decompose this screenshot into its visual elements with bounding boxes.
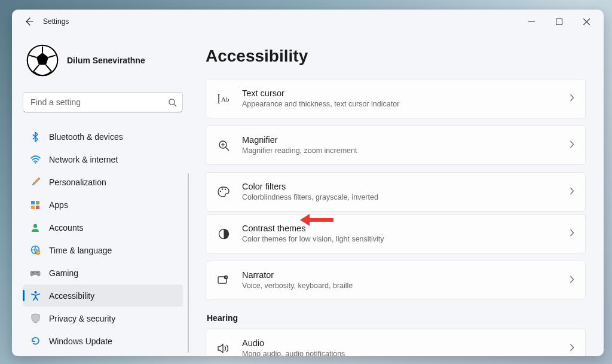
card-subtitle: Color themes for low vision, light sensi…: [242, 234, 570, 244]
card-subtitle: Mono audio, audio notifications: [242, 349, 570, 356]
update-icon: [30, 336, 41, 347]
svg-point-8: [35, 162, 36, 163]
minimize-button[interactable]: [518, 13, 545, 30]
palette-icon: [217, 185, 230, 198]
svg-rect-9: [31, 201, 35, 204]
sidebar-item-label: Apps: [49, 200, 68, 210]
svg-rect-1: [556, 19, 562, 25]
card-title: Text cursor: [242, 88, 570, 100]
magnifier-icon: [217, 139, 230, 152]
svg-line-7: [174, 104, 176, 106]
back-arrow-icon: [24, 17, 33, 26]
sidebar-item-apps[interactable]: Apps: [23, 194, 183, 216]
page-title: Accessibility: [206, 47, 586, 66]
maximize-button[interactable]: [545, 13, 573, 30]
svg-text:Ab: Ab: [221, 96, 230, 103]
sidebar-item-label: Accessibility: [49, 291, 94, 301]
svg-point-18: [34, 291, 36, 293]
sidebar-item-gaming[interactable]: Gaming: [23, 262, 183, 284]
sidebar-item-label: Gaming: [49, 268, 78, 278]
svg-point-6: [169, 99, 174, 104]
sidebar-item-accounts[interactable]: Accounts: [23, 216, 183, 238]
sidebar-item-windows-update[interactable]: Windows Update: [23, 330, 183, 352]
card-contrast-themes[interactable]: Contrast themes Color themes for low vis…: [206, 214, 586, 253]
sidebar-item-label: Network & internet: [49, 155, 118, 164]
accessibility-icon: [30, 290, 41, 301]
chevron-right-icon: [570, 186, 574, 197]
chevron-right-icon: [570, 93, 574, 104]
sidebar-item-personalization[interactable]: Personalization: [23, 171, 183, 193]
shield-icon: [30, 313, 41, 324]
minimize-icon: [528, 19, 535, 25]
sidebar-scrollbar[interactable]: [188, 173, 189, 353]
sidebar-item-label: Accounts: [49, 223, 84, 233]
back-button[interactable]: [18, 11, 39, 32]
card-magnifier[interactable]: Magnifier Magnifier reading, zoom increm…: [206, 126, 586, 165]
sidebar-item-network[interactable]: Network & internet: [23, 148, 183, 170]
sidebar-item-label: Personalization: [49, 178, 106, 187]
settings-window: Settings: [12, 10, 604, 356]
search-button[interactable]: [166, 96, 178, 108]
close-icon: [583, 19, 590, 25]
chevron-right-icon: [570, 275, 574, 286]
card-title: Color filters: [242, 181, 570, 193]
search-input[interactable]: [23, 92, 183, 112]
svg-point-13: [33, 224, 37, 227]
profile[interactable]: Dilum Senevirathne: [23, 44, 183, 77]
nav: Bluetooth & devices Network & internet P…: [23, 126, 183, 352]
narrator-icon: [217, 274, 230, 287]
svg-point-25: [220, 191, 221, 192]
card-subtitle: Colorblindness filters, grayscale, inver…: [242, 192, 570, 203]
person-icon: [30, 222, 41, 233]
card-audio[interactable]: Audio Mono audio, audio notifications: [206, 329, 586, 356]
soccer-ball-icon: [26, 44, 59, 77]
window-controls: [518, 13, 600, 30]
wifi-icon: [30, 154, 41, 165]
main-content: Accessibility Ab Text cursor Appearance …: [191, 33, 604, 356]
profile-name: Dilum Senevirathne: [67, 56, 145, 65]
globe-clock-icon: [30, 245, 41, 256]
maximize-icon: [556, 19, 562, 25]
paintbrush-icon: [30, 177, 41, 188]
window-title: Settings: [43, 17, 69, 26]
card-title: Narrator: [242, 270, 570, 282]
sidebar-item-label: Bluetooth & devices: [49, 132, 123, 142]
svg-rect-11: [31, 206, 35, 209]
svg-point-27: [225, 189, 226, 190]
search-icon: [168, 98, 177, 107]
svg-point-26: [222, 188, 223, 189]
chevron-right-icon: [570, 140, 574, 151]
section-hearing: Hearing: [207, 313, 586, 323]
card-title: Magnifier: [242, 134, 570, 146]
sidebar-item-privacy-security[interactable]: Privacy & security: [23, 307, 183, 329]
sidebar: Dilum Senevirathne Bluetooth & devices N…: [12, 33, 191, 356]
text-cursor-icon: Ab: [217, 92, 230, 105]
card-subtitle: Appearance and thickness, text cursor in…: [242, 99, 570, 109]
avatar: [26, 44, 59, 77]
svg-line-22: [225, 147, 229, 151]
search-box: [23, 92, 183, 112]
sidebar-item-time-language[interactable]: Time & language: [23, 239, 183, 261]
sidebar-item-label: Windows Update: [49, 337, 112, 346]
card-title: Audio: [242, 338, 570, 350]
svg-point-17: [37, 272, 38, 273]
svg-rect-10: [36, 201, 39, 204]
card-narrator[interactable]: Narrator Voice, verbosity, keyboard, bra…: [206, 261, 586, 300]
sidebar-item-label: Time & language: [49, 246, 112, 255]
svg-rect-12: [36, 206, 39, 209]
bluetooth-icon: [30, 131, 41, 142]
apps-icon: [30, 200, 41, 210]
gamepad-icon: [30, 268, 41, 279]
audio-icon: [217, 342, 230, 355]
svg-point-16: [32, 272, 33, 273]
card-text-cursor[interactable]: Ab Text cursor Appearance and thickness,…: [206, 79, 586, 118]
chevron-right-icon: [570, 343, 574, 354]
chevron-right-icon: [570, 228, 574, 239]
sidebar-item-accessibility[interactable]: Accessibility: [23, 285, 183, 307]
card-title: Contrast themes: [242, 223, 570, 235]
card-color-filters[interactable]: Color filters Colorblindness filters, gr…: [206, 172, 586, 212]
close-button[interactable]: [573, 13, 600, 30]
sidebar-item-bluetooth-devices[interactable]: Bluetooth & devices: [23, 126, 183, 148]
card-subtitle: Magnifier reading, zoom increment: [242, 146, 570, 156]
title-bar: Settings: [12, 10, 604, 33]
